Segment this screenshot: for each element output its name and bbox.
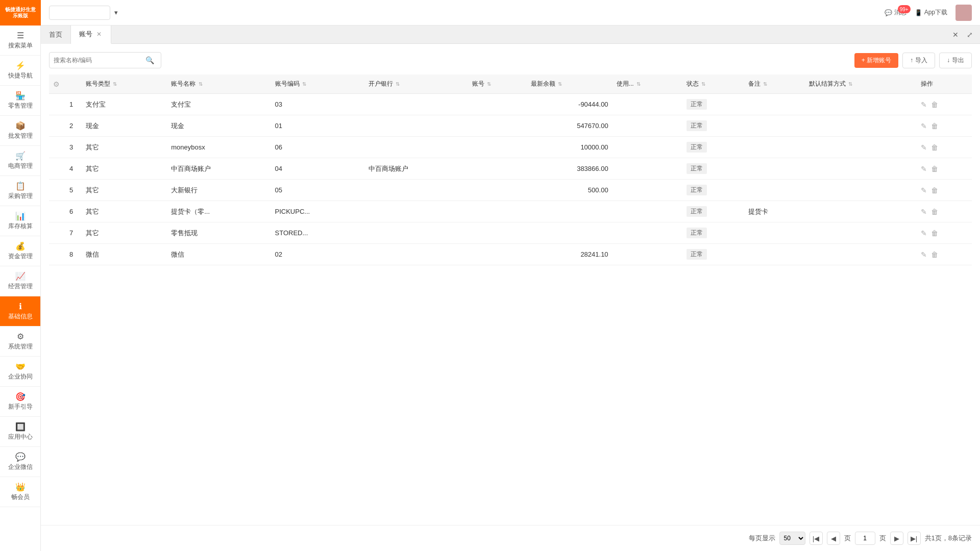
col-gear: ⚙ bbox=[49, 74, 65, 94]
sidebar-item-basic-info[interactable]: ℹ 基础信息 bbox=[0, 296, 40, 327]
col-type[interactable]: 账号类型 ⇅ bbox=[82, 74, 167, 94]
sidebar-item-sys-mgmt[interactable]: ⚙ 系统管理 bbox=[0, 327, 40, 357]
sidebar-item-wholesale-mgmt[interactable]: 📦 批发管理 bbox=[0, 116, 40, 146]
cell-default-settle bbox=[805, 222, 917, 244]
page-number-input[interactable] bbox=[855, 532, 875, 545]
col-status[interactable]: 状态 ⇅ bbox=[682, 74, 744, 94]
sidebar-item-member[interactable]: 👑 畅会员 bbox=[0, 477, 40, 507]
cell-bank bbox=[364, 180, 468, 201]
sort-status-icon: ⇅ bbox=[701, 81, 705, 87]
tab-home[interactable]: 首页 bbox=[41, 26, 71, 44]
delete-icon[interactable]: 🗑 bbox=[931, 165, 938, 173]
cell-index: 6 bbox=[65, 201, 82, 222]
cell-balance: 28241.10 bbox=[527, 244, 612, 265]
quick-nav-icon: ⚡ bbox=[2, 61, 38, 70]
page-content: 🔍 + 新增账号 ↑ 导入 ↓ 导出 bbox=[41, 44, 980, 525]
sidebar-item-enterprise-wechat[interactable]: 💬 企业微信 bbox=[0, 447, 40, 477]
col-action: 操作 bbox=[917, 74, 972, 94]
action-icons: ✎ 🗑 bbox=[921, 186, 968, 194]
tab-expand-btn[interactable]: ⤢ bbox=[964, 29, 976, 41]
sidebar-item-purchase-mgmt[interactable]: 📋 采购管理 bbox=[0, 176, 40, 206]
delete-icon[interactable]: 🗑 bbox=[931, 229, 938, 237]
edit-icon[interactable]: ✎ bbox=[921, 208, 927, 216]
import-button[interactable]: ↑ 导入 bbox=[902, 53, 935, 68]
page-size-select[interactable]: 50 20 100 bbox=[779, 532, 805, 545]
total-label: 共1页，8条记录 bbox=[925, 534, 972, 543]
cell-usage bbox=[612, 94, 682, 115]
cell-gear bbox=[49, 222, 65, 244]
status-badge: 正常 bbox=[687, 228, 707, 238]
retail-mgmt-icon: 🏪 bbox=[2, 91, 38, 101]
cell-code: 02 bbox=[271, 244, 364, 265]
page-last-btn[interactable]: ▶| bbox=[908, 532, 921, 545]
toolbar-right: + 新增账号 ↑ 导入 ↓ 导出 bbox=[854, 53, 972, 68]
cell-code: 05 bbox=[271, 180, 364, 201]
cell-action: ✎ 🗑 bbox=[917, 201, 972, 222]
delete-icon[interactable]: 🗑 bbox=[931, 186, 938, 194]
topbar-message-btn[interactable]: 💬 消息 99+ bbox=[885, 8, 906, 17]
topbar-search-input[interactable] bbox=[49, 6, 110, 20]
page-prev-btn[interactable]: ◀ bbox=[827, 532, 840, 545]
cell-default-settle bbox=[805, 158, 917, 180]
page-go-label: 页 bbox=[879, 534, 886, 543]
sidebar-item-enterprise-agreement[interactable]: 🤝 企业协同 bbox=[0, 357, 40, 387]
col-balance[interactable]: 最新余额 ⇅ bbox=[527, 74, 612, 94]
delete-icon[interactable]: 🗑 bbox=[931, 251, 938, 259]
sidebar-item-quick-nav[interactable]: ⚡ 快捷导航 bbox=[0, 56, 40, 86]
edit-icon[interactable]: ✎ bbox=[921, 165, 927, 173]
delete-icon[interactable]: 🗑 bbox=[931, 122, 938, 130]
cell-gear bbox=[49, 158, 65, 180]
col-usage-label: 使用... bbox=[617, 80, 634, 87]
col-code[interactable]: 账号编码 ⇅ bbox=[271, 74, 364, 94]
edit-icon[interactable]: ✎ bbox=[921, 101, 927, 109]
sidebar-item-ops-mgmt[interactable]: 📈 经营管理 bbox=[0, 266, 40, 296]
edit-icon[interactable]: ✎ bbox=[921, 186, 927, 194]
col-account[interactable]: 账号 ⇅ bbox=[468, 74, 527, 94]
sidebar-item-search-menu[interactable]: ☰ 搜索菜单 bbox=[0, 26, 40, 56]
tab-account-close[interactable]: ✕ bbox=[95, 31, 103, 38]
sidebar-item-fund-mgmt[interactable]: 💰 资金管理 bbox=[0, 236, 40, 266]
status-badge: 正常 bbox=[687, 99, 707, 110]
cell-balance: 547670.00 bbox=[527, 115, 612, 137]
page-first-btn[interactable]: |◀ bbox=[810, 532, 823, 545]
edit-icon[interactable]: ✎ bbox=[921, 251, 927, 259]
export-button[interactable]: ↓ 导出 bbox=[939, 53, 972, 68]
sort-name-icon: ⇅ bbox=[199, 81, 203, 87]
topbar: ▾ 💬 消息 99+ 📱 App下载 bbox=[41, 0, 980, 26]
topbar-dropdown[interactable]: ▾ bbox=[114, 9, 118, 16]
col-default-settle[interactable]: 默认结算方式 ⇅ bbox=[805, 74, 917, 94]
edit-icon[interactable]: ✎ bbox=[921, 229, 927, 237]
action-icons: ✎ 🗑 bbox=[921, 122, 968, 130]
search-input[interactable] bbox=[54, 57, 145, 64]
tab-close-btn[interactable]: ✕ bbox=[949, 29, 962, 41]
new-account-button[interactable]: + 新增账号 bbox=[854, 53, 898, 68]
delete-icon[interactable]: 🗑 bbox=[931, 143, 938, 152]
col-note[interactable]: 备注 ⇅ bbox=[744, 74, 805, 94]
search-box[interactable]: 🔍 bbox=[49, 52, 161, 68]
search-icon[interactable]: 🔍 bbox=[145, 56, 154, 64]
col-bank[interactable]: 开户银行 ⇅ bbox=[364, 74, 468, 94]
edit-icon[interactable]: ✎ bbox=[921, 122, 927, 130]
table-settings-icon[interactable]: ⚙ bbox=[53, 80, 60, 88]
col-usage[interactable]: 使用... ⇅ bbox=[612, 74, 682, 94]
cell-default-settle bbox=[805, 115, 917, 137]
sys-mgmt-icon: ⚙ bbox=[2, 332, 38, 341]
cell-index: 2 bbox=[65, 115, 82, 137]
sidebar-item-retail-mgmt[interactable]: 🏪 零售管理 bbox=[0, 86, 40, 116]
cell-code: 06 bbox=[271, 137, 364, 158]
tab-account[interactable]: 账号 ✕ bbox=[71, 26, 111, 44]
delete-icon[interactable]: 🗑 bbox=[931, 208, 938, 216]
table-row: 6 其它 提货卡（零... PICKUPC... 正常 提货卡 ✎ 🗑 bbox=[49, 201, 972, 222]
edit-icon[interactable]: ✎ bbox=[921, 143, 927, 152]
topbar-app-download[interactable]: 📱 App下载 bbox=[915, 8, 947, 17]
page-next-btn[interactable]: ▶ bbox=[890, 532, 903, 545]
col-name[interactable]: 账号名称 ⇅ bbox=[167, 74, 271, 94]
fund-mgmt-icon: 💰 bbox=[2, 241, 38, 251]
user-avatar[interactable] bbox=[955, 5, 972, 21]
sidebar-item-inventory-check[interactable]: 📊 库存核算 bbox=[0, 206, 40, 236]
delete-icon[interactable]: 🗑 bbox=[931, 101, 938, 109]
sidebar-item-ecommerce-mgmt[interactable]: 🛒 电商管理 bbox=[0, 146, 40, 176]
cell-index: 7 bbox=[65, 222, 82, 244]
sidebar-item-app-center[interactable]: 🔲 应用中心 bbox=[0, 417, 40, 447]
sidebar-item-beginner-guide[interactable]: 🎯 新手引导 bbox=[0, 387, 40, 417]
